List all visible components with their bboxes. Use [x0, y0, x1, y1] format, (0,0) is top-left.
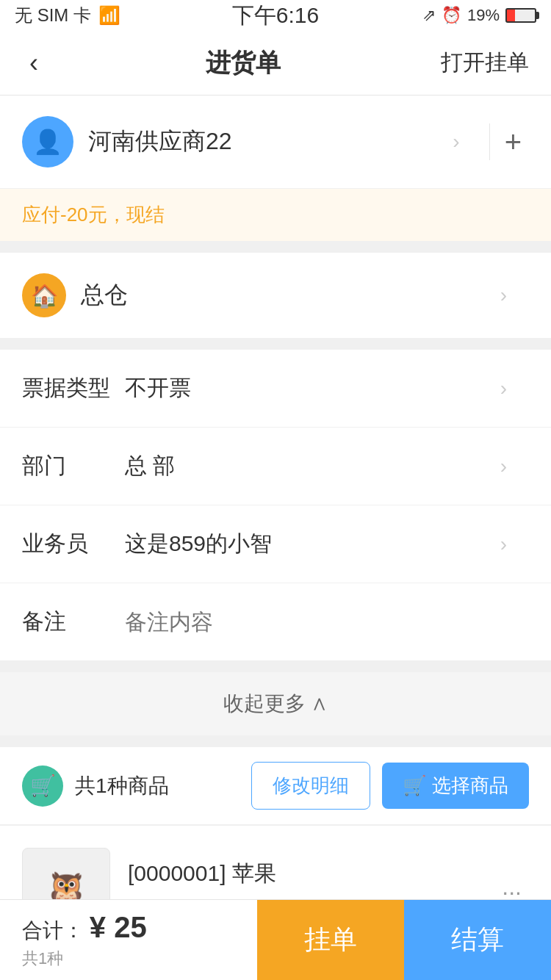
remark-label: 备注	[22, 607, 125, 637]
status-time: 下午6:16	[232, 1, 319, 31]
total-row: 合计： ¥ 25	[22, 911, 235, 945]
collapse-bar[interactable]: 收起更多 ∧	[0, 672, 551, 735]
select-product-button[interactable]: 🛒 选择商品	[382, 763, 529, 809]
warehouse-chevron-icon: ›	[500, 284, 507, 307]
avatar-icon: 👤	[33, 128, 62, 156]
remark-input[interactable]	[125, 610, 529, 635]
status-bar: 无 SIM 卡 📶 下午6:16 ⇗ ⏰ 19%	[0, 0, 551, 31]
add-supplier-button[interactable]: +	[497, 126, 529, 159]
department-row[interactable]: 部门 总 部 ›	[0, 428, 551, 505]
status-right: ⇗ ⏰ 19%	[422, 6, 536, 25]
product-title: 苹果	[232, 861, 276, 885]
invoice-type-label: 票据类型	[22, 373, 125, 403]
supplier-avatar: 👤	[22, 116, 73, 167]
supplier-name: 河南供应商22	[88, 126, 453, 158]
invoice-chevron-icon: ›	[500, 377, 507, 400]
department-chevron-icon: ›	[500, 455, 507, 478]
supplier-alert: 应付-20元，现结	[0, 189, 551, 241]
battery-icon	[505, 8, 536, 23]
cart-icon: 🛒	[30, 774, 56, 798]
suspend-button[interactable]: 挂单	[257, 900, 404, 981]
salesperson-row[interactable]: 业务员 这是859的小智 ›	[0, 505, 551, 583]
main-content: 👤 河南供应商22 › + 应付-20元，现结 🏠 总仓 › 票据类型 不开票 …	[0, 96, 551, 980]
nav-bar: ‹ 进货单 打开挂单	[0, 31, 551, 96]
salesperson-value: 这是859的小智	[125, 529, 500, 559]
warehouse-icon: 🏠	[22, 273, 66, 317]
form-card: 票据类型 不开票 › 部门 总 部 › 业务员 这是859的小智 › 备注	[0, 350, 551, 660]
product-count-text: 共1种商品	[75, 772, 251, 800]
back-button[interactable]: ‹	[22, 40, 46, 86]
edit-details-button[interactable]: 修改明细	[251, 762, 370, 810]
warehouse-row[interactable]: 🏠 总仓 ›	[0, 253, 551, 338]
products-header: 🛒 共1种商品 修改明细 🛒 选择商品	[0, 747, 551, 825]
salesperson-chevron-icon: ›	[500, 533, 507, 556]
invoice-type-value: 不开票	[125, 373, 500, 403]
open-pending-button[interactable]: 打开挂单	[441, 48, 529, 78]
department-label: 部门	[22, 451, 125, 481]
product-count-icon: 🛒	[22, 765, 63, 807]
vertical-divider	[489, 123, 490, 160]
bottom-bar: 合计： ¥ 25 共1种 挂单 结算	[0, 899, 551, 980]
supplier-chevron-icon: ›	[453, 130, 459, 154]
total-amount: ¥ 25	[90, 911, 147, 943]
department-value: 总 部	[125, 451, 500, 481]
carrier-text: 无 SIM 卡	[15, 4, 91, 27]
invoice-type-row[interactable]: 票据类型 不开票 ›	[0, 350, 551, 428]
location-icon: ⇗	[422, 6, 436, 25]
bottom-total: 合计： ¥ 25 共1种	[0, 911, 257, 970]
warehouse-card[interactable]: 🏠 总仓 ›	[0, 253, 551, 338]
product-code: [0000001]	[128, 861, 226, 885]
select-product-label: 选择商品	[432, 773, 508, 799]
product-name: [0000001] 苹果	[128, 859, 494, 889]
remark-row: 备注	[0, 583, 551, 660]
supplier-card: 👤 河南供应商22 › + 应付-20元，现结	[0, 96, 551, 241]
salesperson-label: 业务员	[22, 529, 125, 559]
wifi-icon: 📶	[98, 5, 120, 26]
total-count: 共1种	[22, 948, 235, 970]
page-title: 进货单	[206, 46, 281, 80]
supplier-row[interactable]: 👤 河南供应商22 › +	[0, 96, 551, 189]
checkout-button[interactable]: 结算	[404, 900, 551, 981]
select-product-icon: 🛒	[403, 774, 426, 797]
warehouse-name: 总仓	[81, 279, 500, 311]
battery-percent: 19%	[467, 6, 500, 25]
status-left: 无 SIM 卡 📶	[15, 4, 120, 27]
alarm-icon: ⏰	[442, 6, 461, 25]
total-label: 合计：	[22, 919, 84, 942]
